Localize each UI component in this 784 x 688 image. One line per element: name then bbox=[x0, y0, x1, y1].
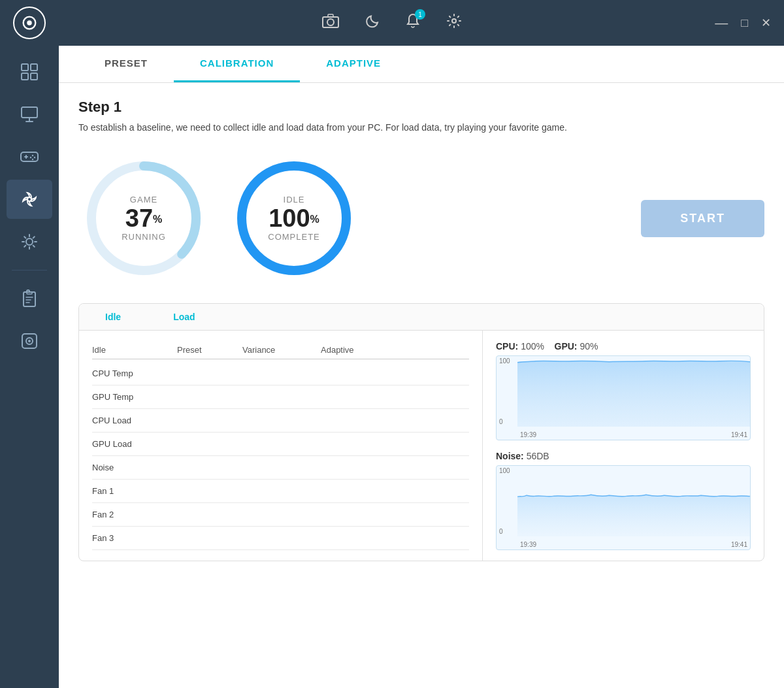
row-cpu-temp-label: CPU Temp bbox=[92, 369, 177, 378]
row-cpu-load-label: CPU Load bbox=[92, 416, 177, 425]
sidebar-item-clipboard[interactable] bbox=[7, 279, 52, 318]
close-button[interactable]: ✕ bbox=[761, 16, 771, 30]
sidebar-item-brightness[interactable] bbox=[7, 222, 52, 261]
svg-rect-8 bbox=[22, 73, 28, 80]
minimize-button[interactable]: — bbox=[715, 16, 728, 31]
svg-point-14 bbox=[32, 159, 33, 160]
chart-line-area bbox=[517, 356, 750, 427]
table-side: Idle Preset Variance Adaptive CPU Temp bbox=[79, 331, 483, 561]
row-gpu-load-label: GPU Load bbox=[92, 439, 177, 449]
chart-yaxis: 100 0 bbox=[497, 356, 517, 427]
col-preset: Preset bbox=[177, 345, 242, 355]
col-variance: Variance bbox=[242, 345, 321, 355]
noise-chart-title: Noise: 56DB bbox=[496, 451, 751, 461]
lower-panel-tabs: Idle Load bbox=[79, 304, 764, 331]
gauge-section: GAME 37% RUNNING IDLE bbox=[78, 153, 764, 284]
sidebar-item-fan[interactable] bbox=[7, 180, 52, 219]
table-row: CPU Load bbox=[92, 409, 469, 433]
lower-tab-load[interactable]: Load bbox=[147, 304, 221, 330]
main-layout: PRESET CALIBRATION ADAPTIVE Step 1 To es… bbox=[0, 46, 784, 688]
idle-gauge-label: IDLE 100% COMPLETE bbox=[268, 195, 320, 242]
tab-calibration[interactable]: CALIBRATION bbox=[174, 46, 300, 82]
noise-chart-area: 100 0 bbox=[496, 465, 751, 550]
sidebar-divider bbox=[12, 270, 47, 270]
title-bar: 1 — □ ✕ bbox=[0, 0, 784, 46]
noise-chart-xaxis: 19:39 19:41 bbox=[517, 541, 750, 548]
svg-point-5 bbox=[452, 19, 456, 23]
game-label-value: 37 bbox=[125, 205, 153, 232]
svg-point-3 bbox=[327, 19, 334, 25]
lower-panel: Idle Load Idle Preset Variance Adaptive bbox=[78, 303, 764, 561]
main-content: Step 1 To establish a baseline, we need … bbox=[59, 83, 784, 688]
row-cpu-temp-variance bbox=[242, 369, 321, 378]
idle-gauge: IDLE 100% COMPLETE bbox=[229, 153, 359, 284]
sidebar bbox=[0, 46, 59, 688]
step-title: Step 1 bbox=[78, 99, 764, 116]
cpu-gpu-chart-title: CPU: 100% GPU: 90% bbox=[496, 341, 751, 352]
chart-xaxis: 19:39 19:41 bbox=[517, 431, 750, 438]
table-row: Fan 3 bbox=[92, 527, 469, 550]
table-header: Idle Preset Variance Adaptive bbox=[92, 341, 469, 359]
app-logo[interactable] bbox=[13, 7, 46, 39]
maximize-button[interactable]: □ bbox=[741, 16, 748, 30]
tab-preset[interactable]: PRESET bbox=[78, 46, 174, 82]
svg-rect-9 bbox=[31, 73, 37, 80]
tab-bar: PRESET CALIBRATION ADAPTIVE bbox=[59, 46, 784, 83]
sidebar-item-disk[interactable] bbox=[7, 321, 52, 361]
charts-side: CPU: 100% GPU: 90% 100 0 bbox=[483, 331, 764, 561]
table-row: GPU Temp bbox=[92, 385, 469, 409]
row-cpu-temp-adaptive bbox=[321, 369, 386, 378]
cpu-gpu-chart: CPU: 100% GPU: 90% 100 0 bbox=[496, 341, 751, 440]
step-description: To establish a baseline, we need to coll… bbox=[78, 121, 666, 135]
camera-icon[interactable] bbox=[322, 14, 339, 32]
svg-point-11 bbox=[32, 155, 33, 156]
lower-panel-body: Idle Preset Variance Adaptive CPU Temp bbox=[79, 331, 764, 561]
idle-label-type: IDLE bbox=[268, 195, 320, 205]
svg-point-13 bbox=[30, 157, 31, 158]
col-adaptive: Adaptive bbox=[321, 345, 386, 355]
sidebar-item-dashboard[interactable] bbox=[7, 52, 52, 91]
row-fan1-label: Fan 1 bbox=[92, 486, 177, 496]
svg-rect-6 bbox=[22, 64, 28, 71]
svg-rect-4 bbox=[328, 14, 333, 17]
col-idle: Idle bbox=[92, 345, 177, 355]
row-gpu-temp-label: GPU Temp bbox=[92, 392, 177, 402]
bell-icon[interactable]: 1 bbox=[406, 13, 420, 33]
noise-chart: Noise: 56DB 100 0 bbox=[496, 451, 751, 550]
row-cpu-temp-preset bbox=[177, 369, 242, 378]
idle-label-status: COMPLETE bbox=[268, 232, 320, 242]
table-row: Fan 1 bbox=[92, 480, 469, 503]
noise-chart-line-area bbox=[517, 466, 750, 536]
moon-icon[interactable] bbox=[365, 14, 380, 32]
notification-badge: 1 bbox=[415, 9, 425, 20]
game-gauge-label: GAME 37% RUNNING bbox=[122, 195, 166, 242]
sidebar-item-monitor[interactable] bbox=[7, 95, 52, 134]
table-row: CPU Temp bbox=[92, 362, 469, 385]
row-noise-label: Noise bbox=[92, 463, 177, 472]
game-gauge: GAME 37% RUNNING bbox=[78, 153, 209, 284]
svg-rect-7 bbox=[31, 64, 37, 71]
svg-rect-10 bbox=[22, 107, 37, 118]
row-fan2-label: Fan 2 bbox=[92, 510, 177, 519]
sidebar-item-gamepad[interactable] bbox=[7, 137, 52, 176]
svg-rect-18 bbox=[27, 292, 32, 294]
noise-chart-yaxis: 100 0 bbox=[497, 466, 517, 536]
game-label-type: GAME bbox=[122, 195, 166, 205]
start-button[interactable]: START bbox=[641, 200, 764, 237]
tab-adaptive[interactable]: ADAPTIVE bbox=[300, 46, 407, 82]
cpu-gpu-chart-area: 100 0 bbox=[496, 355, 751, 440]
svg-point-12 bbox=[34, 157, 35, 158]
svg-point-16 bbox=[26, 238, 33, 245]
game-label-status: RUNNING bbox=[122, 232, 166, 242]
title-bar-center: 1 bbox=[322, 13, 462, 33]
table-row: Noise bbox=[92, 456, 469, 480]
content-area: PRESET CALIBRATION ADAPTIVE Step 1 To es… bbox=[59, 46, 784, 688]
window-controls: — □ ✕ bbox=[715, 16, 771, 31]
svg-point-1 bbox=[27, 20, 31, 25]
table-row: Fan 2 bbox=[92, 503, 469, 527]
lower-tab-idle[interactable]: Idle bbox=[79, 304, 147, 330]
idle-label-value: 100 bbox=[269, 205, 310, 232]
settings-icon[interactable] bbox=[446, 13, 462, 33]
table-row: GPU Load bbox=[92, 433, 469, 456]
row-fan3-label: Fan 3 bbox=[92, 533, 177, 543]
